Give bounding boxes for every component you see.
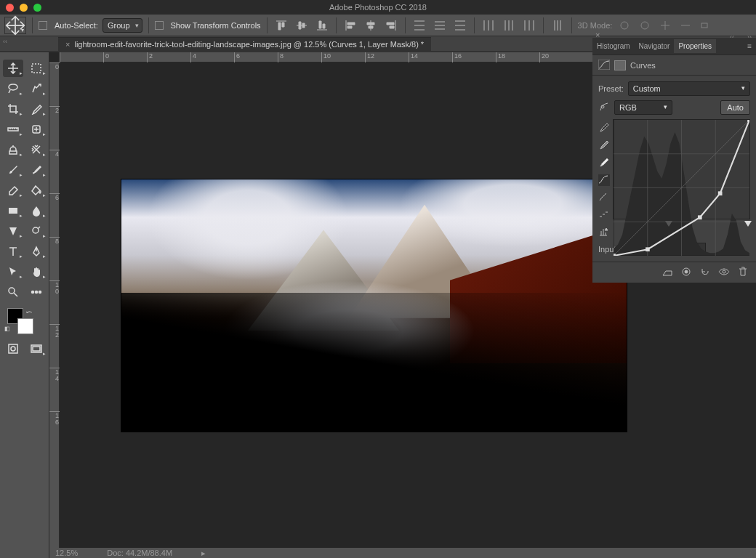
eraser-tool[interactable]: ▸ xyxy=(3,182,23,199)
tab-histogram[interactable]: Histogram xyxy=(592,39,635,53)
draw-curve-icon[interactable] xyxy=(598,192,610,203)
dodge-tool[interactable]: ▸ xyxy=(3,222,23,240)
distribute-top-icon[interactable] xyxy=(411,17,427,33)
rectangular-marquee-tool[interactable]: ▸ xyxy=(26,60,47,77)
tool-panel: ▸ ▸ ▸ ▸ ▸ ▸ ▸ ▸ ▸ ▸ ▸ ▸ ▸ ▸ ▸ ▸ ▸ ▸ ▸ ▸ … xyxy=(0,52,49,558)
svg-point-14 xyxy=(11,347,15,351)
panel-menu-icon[interactable]: ≡ xyxy=(743,39,756,53)
clone-stamp-tool[interactable]: ▸ xyxy=(3,141,23,158)
show-transform-label: Show Transform Controls xyxy=(171,21,261,30)
hand-tool[interactable]: ▸ xyxy=(26,263,47,280)
view-previous-icon[interactable] xyxy=(680,267,693,278)
window-minimize-icon[interactable] xyxy=(20,4,28,12)
preset-dropdown[interactable]: Custom xyxy=(628,81,750,96)
healing-brush-tool[interactable]: ▸ xyxy=(26,121,47,138)
document-tab[interactable]: × lightroom-edit-favorite-trick-tool-edi… xyxy=(58,37,431,51)
3d-slide-icon xyxy=(677,17,693,33)
edit-toolbar-icon[interactable] xyxy=(26,283,47,301)
burn-tool[interactable]: ▸ xyxy=(26,222,47,240)
align-vcenter-icon[interactable] xyxy=(294,17,310,33)
3d-pan-icon xyxy=(657,17,673,33)
canvas[interactable] xyxy=(60,62,683,548)
brush-tool[interactable]: ▸ xyxy=(3,161,23,179)
default-colors-icon[interactable]: ◧ xyxy=(4,326,10,332)
align-top-icon[interactable] xyxy=(273,17,289,33)
align-bottom-icon[interactable] xyxy=(314,17,330,33)
panel-close-icon[interactable]: × xyxy=(595,31,600,39)
svg-rect-16 xyxy=(33,347,40,351)
ruler-horizontal[interactable]: 02468101214161820 xyxy=(60,52,683,62)
show-transform-checkbox[interactable] xyxy=(155,21,164,30)
patch-tool[interactable]: ▸ xyxy=(26,141,47,158)
sample-gray-icon[interactable] xyxy=(598,140,610,151)
lasso-tool[interactable]: ▸ xyxy=(3,80,23,97)
sample-white-icon[interactable] xyxy=(598,157,610,169)
more-align-icon[interactable] xyxy=(550,17,566,33)
reset-icon[interactable] xyxy=(699,267,712,278)
tab-navigator[interactable]: Navigator xyxy=(635,39,675,53)
tab-collapse-icon[interactable]: ‹‹ xyxy=(0,36,10,46)
tab-properties[interactable]: Properties xyxy=(674,39,716,53)
quick-mask-icon[interactable] xyxy=(3,340,23,357)
curves-adj-icon xyxy=(598,60,610,71)
doc-size[interactable]: Doc: 44.2M/88.4M xyxy=(107,549,172,557)
edit-points-icon[interactable] xyxy=(598,174,610,186)
distribute-bottom-icon[interactable] xyxy=(452,17,468,33)
pen-tool[interactable]: ▸ xyxy=(26,243,47,260)
distribute-left-icon[interactable] xyxy=(480,17,496,33)
curve-sliders[interactable] xyxy=(613,221,750,230)
align-left-icon[interactable] xyxy=(342,17,358,33)
clip-to-layer-icon[interactable] xyxy=(662,267,675,278)
clip-warning-icon[interactable] xyxy=(598,227,610,238)
delete-adjustment-icon[interactable] xyxy=(737,267,750,278)
svg-point-26 xyxy=(723,270,725,273)
align-hcenter-icon[interactable] xyxy=(363,17,379,33)
eyedropper-tool[interactable]: ▸ xyxy=(26,100,47,118)
toggle-visibility-icon[interactable] xyxy=(718,267,731,278)
distribute-right-icon[interactable] xyxy=(521,17,537,33)
target-adjustment-icon[interactable] xyxy=(598,101,610,114)
svg-point-11 xyxy=(36,291,38,294)
quick-selection-tool[interactable]: ▸ xyxy=(26,80,47,97)
title-bar: Adobe Photoshop CC 2018 xyxy=(0,0,756,15)
document-image[interactable] xyxy=(121,179,627,432)
status-chevron-icon[interactable]: ▸ xyxy=(201,549,206,558)
curves-graph[interactable] xyxy=(613,119,750,219)
zoom-tool[interactable] xyxy=(3,283,23,301)
ruler-vertical[interactable]: 0246810121416 xyxy=(49,62,60,548)
type-tool[interactable]: ▸ xyxy=(3,243,23,260)
svg-point-0 xyxy=(621,22,628,29)
swap-colors-icon[interactable]: ⤺ xyxy=(26,308,32,316)
current-tool-indicator[interactable]: ▾ xyxy=(4,17,26,34)
background-color[interactable] xyxy=(17,318,33,334)
black-point-slider[interactable] xyxy=(665,221,672,227)
svg-rect-20 xyxy=(646,247,650,251)
close-tab-icon[interactable]: × xyxy=(65,40,70,49)
distribute-vcenter-icon[interactable] xyxy=(432,17,448,33)
auto-select-dropdown[interactable]: Group xyxy=(102,18,142,33)
crop-tool[interactable]: ▸ xyxy=(3,100,23,118)
auto-select-checkbox[interactable] xyxy=(39,21,47,30)
svg-point-6 xyxy=(33,172,34,174)
auto-button[interactable]: Auto xyxy=(720,100,750,115)
history-brush-tool[interactable]: ▸ xyxy=(26,161,47,179)
gradient-tool[interactable]: ▸ xyxy=(3,202,23,219)
window-close-icon[interactable] xyxy=(6,4,14,12)
zoom-level[interactable]: 12.5% xyxy=(55,549,78,557)
3d-mode-label: 3D Mode: xyxy=(578,21,613,30)
align-right-icon[interactable] xyxy=(383,17,399,33)
blur-tool[interactable]: ▸ xyxy=(26,202,47,219)
white-point-slider[interactable] xyxy=(744,221,752,227)
channel-dropdown[interactable]: RGB xyxy=(614,100,672,115)
window-zoom-icon[interactable] xyxy=(33,4,41,12)
svg-rect-19 xyxy=(614,254,616,256)
ruler-tool[interactable]: ▸ xyxy=(3,121,23,138)
sample-black-icon[interactable] xyxy=(598,122,610,134)
screen-mode-icon[interactable]: ▸ xyxy=(26,340,47,357)
distribute-hcenter-icon[interactable] xyxy=(501,17,517,33)
paint-bucket-tool[interactable]: ▸ xyxy=(26,182,47,199)
layer-mask-icon[interactable] xyxy=(614,60,626,70)
smooth-curve-icon[interactable] xyxy=(598,209,610,221)
path-selection-tool[interactable]: ▸ xyxy=(3,263,23,280)
move-tool[interactable]: ▸ xyxy=(3,60,23,77)
